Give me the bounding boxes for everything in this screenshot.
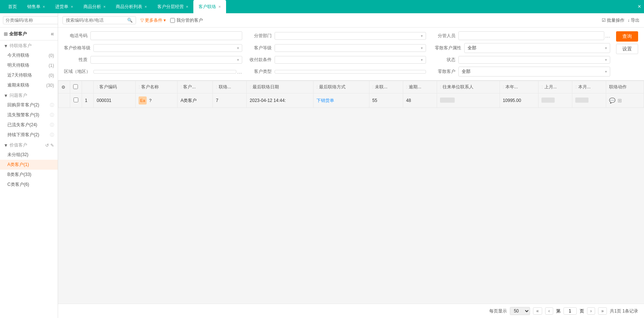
filter-nature-select[interactable]: ▾ <box>90 56 242 64</box>
nav-purchase[interactable]: 进货单 × <box>50 0 78 13</box>
table-select-all[interactable] <box>73 84 78 89</box>
filter-status-select[interactable]: ▾ <box>458 56 610 64</box>
th-name[interactable]: :客户名称 <box>136 81 178 93</box>
refresh-icon[interactable]: ↺ <box>45 143 49 148</box>
row-checkbox[interactable] <box>74 98 78 102</box>
close-all-tabs[interactable]: × <box>638 3 641 10</box>
set-button[interactable]: 设置 <box>616 44 638 54</box>
sidebar-item-ungrouped[interactable]: 未分组(32) <box>0 150 58 160</box>
th-this-month[interactable]: :本月... <box>572 81 606 93</box>
sidebar-item-churned[interactable]: 已流失客户(24) ⓘ <box>0 120 58 130</box>
sidebar-item-overdue[interactable]: 逾期未联络 (30) <box>0 80 58 90</box>
filter-payment-select[interactable]: ▾ <box>275 56 426 64</box>
first-page-btn[interactable]: « <box>533 307 542 315</box>
page-size-select[interactable]: 50 100 200 <box>510 307 530 315</box>
search-button[interactable]: 查询 <box>616 31 638 42</box>
filter-region-area: … <box>93 69 242 75</box>
td-last-method[interactable]: 下销货单 <box>313 93 369 108</box>
prev-page-btn[interactable]: ‹ <box>545 307 553 315</box>
th-contact[interactable]: :联络... <box>213 81 247 93</box>
th-setting[interactable]: ⚙ <box>58 81 70 93</box>
export-btn[interactable]: ↓ 导出 <box>627 17 640 24</box>
sidebar-group-problem: ▼ 问题客户 <box>0 90 58 100</box>
filter-scattered-select[interactable]: 全部 ▾ <box>458 67 610 77</box>
nav-product-analysis-close[interactable]: × <box>103 4 105 9</box>
page-number-input[interactable] <box>564 307 577 315</box>
sidebar-item-a-class[interactable]: A类客户(1) <box>0 160 58 170</box>
filter-scattered-attr-select[interactable]: 全部 ▾ <box>464 43 610 53</box>
nav-customer-segment[interactable]: 客户分层经营 × <box>152 0 193 13</box>
batch-operation-btn[interactable]: ☑ 批量操作 <box>602 17 625 24</box>
sidebar-collapse-btn[interactable]: « <box>51 31 54 37</box>
nav-home[interactable]: 首页 <box>3 0 22 13</box>
info-icon-3: ⓘ <box>50 122 54 128</box>
td-unit-contact <box>437 93 500 108</box>
filter-search-icon[interactable]: 🔍 <box>127 18 133 23</box>
pagination: 每页显示 50 100 200 « ‹ 第 页 › » 共1页 1条记录 <box>58 304 644 318</box>
filter-phone-input[interactable] <box>90 31 242 40</box>
nav-customer-contact-close[interactable]: × <box>218 4 221 9</box>
nav-customer-segment-close[interactable]: × <box>186 4 188 9</box>
nav-product-list[interactable]: 商品分析列表 × <box>111 0 152 13</box>
filter-price-level-select[interactable]: ▾ <box>93 44 242 52</box>
region-more-btn[interactable]: … <box>237 69 242 75</box>
nav-product-list-close[interactable]: × <box>144 4 147 9</box>
nav-sales-close[interactable]: × <box>43 4 45 9</box>
nav-sales[interactable]: 销售单 × <box>22 0 50 13</box>
filter-dept-select[interactable]: ▾ <box>275 32 426 40</box>
th-not-contact[interactable]: :未联... <box>369 81 403 93</box>
filter-payment: 收付款条件 ▾ <box>248 56 426 64</box>
table-scroll-container[interactable]: ⚙ :客户编码 :客户名称 :客户... :联络... :最后联络日期 :最后联… <box>58 81 644 304</box>
filter-customer-type-select[interactable] <box>275 70 426 74</box>
filter-dept: 分管部门 ▾ <box>248 31 426 40</box>
sidebar-item-churn-warning[interactable]: 流失预警客户(3) ⓘ <box>0 110 58 120</box>
filter-customer-level-select[interactable]: ▾ <box>275 44 426 52</box>
next-page-btn[interactable]: › <box>587 307 595 315</box>
my-customers-label: 我分管的客户 <box>176 17 203 24</box>
nav-purchase-close[interactable]: × <box>71 4 73 9</box>
sidebar-search-input[interactable] <box>3 16 58 24</box>
filter-nature: 性质 ▾ <box>64 56 242 64</box>
nav-customer-segment-label: 客户分层经营 <box>157 4 184 10</box>
sidebar-item-tomorrow-pending[interactable]: 明天待联络 (1) <box>0 60 58 70</box>
th-unit-contact[interactable]: :往来单位联系人 <box>437 81 500 93</box>
nav-customer-contact[interactable]: 客户联络 × <box>193 0 226 13</box>
sidebar-header-label: 全部客户 <box>9 31 27 37</box>
filter-search-input[interactable] <box>66 18 126 23</box>
td-overdue: 48 <box>403 93 437 108</box>
sidebar-item-b-class[interactable]: B类客户(33) <box>0 170 58 180</box>
my-customers-checkbox[interactable] <box>170 18 175 23</box>
filter-person-input[interactable] <box>458 31 604 40</box>
person-more-btn[interactable]: … <box>605 33 610 39</box>
th-checkbox[interactable] <box>70 81 82 93</box>
th-last-month[interactable]: :上月... <box>539 81 572 93</box>
nav-product-analysis[interactable]: 商品分析 × <box>78 0 111 13</box>
my-customers-filter[interactable]: 我分管的客户 <box>170 17 203 24</box>
th-code[interactable]: :客户编码 <box>94 81 136 93</box>
th-overdue[interactable]: :逾期... <box>403 81 437 93</box>
table-settings-icon[interactable]: ⚙ <box>61 85 65 90</box>
dept-dropdown-arrow: ▾ <box>421 34 423 38</box>
sidebar-item-c-class[interactable]: C类客户(6) <box>0 180 58 190</box>
filter-region-select[interactable] <box>93 70 236 74</box>
edit-icon[interactable]: ✎ <box>50 143 54 148</box>
chat-action-icon[interactable]: 💬 <box>609 98 615 103</box>
customer-name: ？ <box>148 98 153 104</box>
sidebar-item-repurchase-abnormal[interactable]: 回购异常客户(2) ⓘ <box>0 100 58 110</box>
sidebar-item-week-pending[interactable]: 近7天待联络 (0) <box>0 70 58 80</box>
sidebar-header: ⊞ 全部客户 « <box>0 28 58 40</box>
td-contact: 7 <box>213 93 247 108</box>
last-method-link[interactable]: 下销货单 <box>316 98 334 103</box>
th-this-year[interactable]: :本年... <box>500 81 539 93</box>
td-this-year: 10995.00 <box>500 93 539 108</box>
grid-action-icon[interactable]: ⊞ <box>618 98 622 103</box>
td-checkbox[interactable] <box>70 93 82 108</box>
last-page-btn[interactable]: » <box>598 307 607 315</box>
th-type[interactable]: :客户... <box>178 81 213 93</box>
filter-more-btn[interactable]: ▽ 更多条件 ▾ <box>140 17 166 24</box>
sidebar-item-today-pending[interactable]: 今天待联络 (0) <box>0 50 58 60</box>
sidebar-item-declining[interactable]: 持续下滑客户(2) ⓘ <box>0 130 58 140</box>
customer-avatar: Ea <box>139 96 147 105</box>
th-last-method[interactable]: :最后联络方式 <box>313 81 369 93</box>
th-last-date[interactable]: :最后联络日期 <box>247 81 313 93</box>
